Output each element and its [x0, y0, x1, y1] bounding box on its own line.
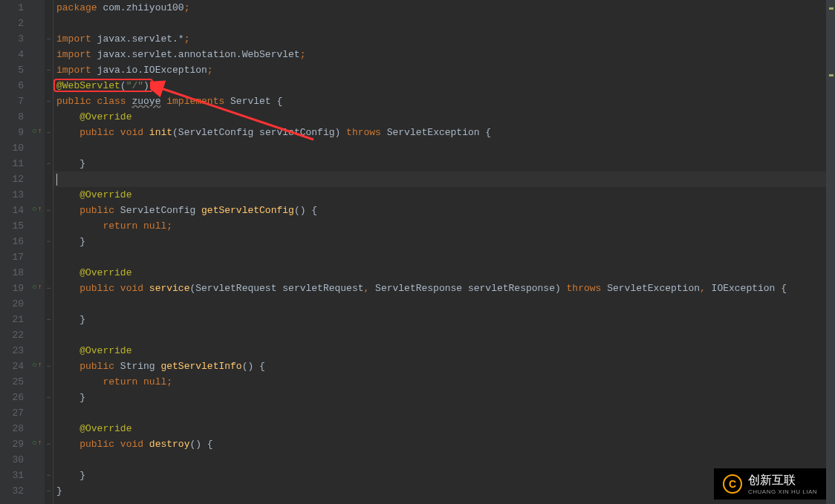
code-line[interactable]: public void service(ServletRequest servl…	[53, 281, 826, 296]
text: (ServletRequest servletRequest	[189, 283, 363, 294]
keyword: public void	[79, 283, 149, 294]
code-line[interactable]: public class zuoye implements Servlet {	[53, 94, 826, 109]
watermark-logo-icon: C	[723, 474, 742, 494]
fold-toggle-icon[interactable]: −	[47, 472, 51, 480]
fold-toggle-icon[interactable]: −	[47, 207, 51, 215]
code-line[interactable]	[53, 249, 826, 265]
fold-toggle-icon[interactable]: −	[47, 67, 51, 74]
text: }	[79, 236, 85, 247]
code-line[interactable]	[53, 327, 826, 343]
semicolon: ;	[184, 2, 190, 13]
line-number: 10	[0, 140, 24, 156]
line-number: 9	[0, 125, 24, 140]
fold-cell	[45, 47, 53, 62]
fold-cell	[45, 109, 53, 125]
code-line[interactable]: }	[53, 156, 826, 171]
comma: ,	[364, 283, 376, 294]
keyword: public void	[79, 439, 149, 450]
fold-cell: −	[45, 436, 53, 452]
marker-cell	[30, 94, 45, 109]
code-line[interactable]: @Override	[53, 343, 826, 359]
marker-cell	[30, 452, 45, 468]
code-line[interactable]: @Override	[53, 421, 826, 436]
fold-toggle-icon[interactable]: −	[47, 316, 51, 324]
marker-cell	[30, 312, 45, 327]
fold-cell: −	[45, 62, 53, 78]
code-line[interactable]: import javax.servlet.*;	[53, 31, 826, 47]
code-line[interactable]: public ServletConfig getServletConfig() …	[53, 203, 826, 218]
fold-toggle-icon[interactable]: −	[47, 441, 51, 448]
fold-toggle-icon[interactable]: −	[47, 36, 51, 43]
code-line[interactable]	[53, 140, 826, 156]
code-line[interactable]: }	[53, 483, 826, 499]
fold-cell: −	[45, 156, 53, 171]
editor-scrollbar[interactable]	[826, 0, 835, 504]
fold-toggle-icon[interactable]: −	[47, 129, 51, 137]
text: java.io.	[97, 65, 143, 76]
keyword: throws	[346, 127, 387, 138]
code-line[interactable]: @Override	[53, 187, 826, 203]
code-line[interactable]: return null;	[53, 374, 826, 390]
minimap-marks	[829, 0, 835, 504]
classname: zuoye	[131, 96, 160, 107]
text: }	[79, 158, 85, 169]
marker-cell	[30, 265, 45, 281]
code-area[interactable]: package com.zhiiyou100; import javax.ser…	[53, 0, 826, 504]
fold-toggle-icon[interactable]: −	[47, 394, 51, 402]
code-line[interactable]: package com.zhiiyou100;	[53, 0, 826, 16]
fold-cell	[45, 296, 53, 312]
code-line[interactable]: }	[53, 468, 826, 483]
line-number: 21	[0, 312, 24, 327]
override-marker-icon[interactable]	[32, 362, 42, 371]
line-number: 11	[0, 156, 24, 171]
line-number: 15	[0, 218, 24, 234]
line-number: 28	[0, 421, 24, 436]
keyword: import	[56, 33, 97, 45]
code-line[interactable]: }	[53, 234, 826, 249]
code-line-current[interactable]	[53, 171, 826, 187]
marker-cell	[30, 483, 45, 499]
code-line[interactable]	[53, 405, 826, 421]
code-line[interactable]: public String getServletInfo() {	[53, 359, 826, 374]
code-line[interactable]: public void destroy() {	[53, 436, 826, 452]
code-line[interactable]: import java.io.IOException;	[53, 62, 826, 78]
override-marker-icon[interactable]	[32, 128, 42, 137]
fold-toggle-icon[interactable]: −	[47, 488, 51, 495]
code-line[interactable]: @Override	[53, 265, 826, 281]
fold-cell	[45, 452, 53, 468]
override-marker-icon[interactable]	[32, 440, 42, 449]
code-line[interactable]: }	[53, 390, 826, 405]
text: ServletException {	[387, 127, 491, 138]
keyword: public void	[79, 127, 149, 138]
code-line[interactable]: return null;	[53, 218, 826, 234]
fold-toggle-icon[interactable]: −	[47, 98, 51, 105]
line-number: 18	[0, 265, 24, 281]
fold-cell: −	[45, 234, 53, 249]
code-line[interactable]: @Override	[53, 109, 826, 125]
fold-toggle-icon[interactable]: −	[47, 285, 51, 292]
fold-toggle-icon[interactable]: −	[47, 363, 51, 370]
annotation: @Override	[79, 111, 131, 122]
code-line[interactable]: public void init(ServletConfig servletCo…	[53, 125, 826, 140]
fold-toggle-icon[interactable]: −	[47, 160, 51, 168]
code-line[interactable]: }	[53, 312, 826, 327]
code-line[interactable]	[53, 16, 826, 31]
line-number-gutter: 1234567891011121314151617181920212223242…	[0, 0, 30, 504]
fold-toggle-icon[interactable]: −	[47, 238, 51, 246]
code-line[interactable]: import javax.servlet.annotation.WebServl…	[53, 47, 826, 62]
fold-cell: −	[45, 281, 53, 296]
fold-cell	[45, 343, 53, 359]
text: () {	[294, 205, 317, 216]
fold-gutter: −−−−−−−−−−−−−−	[45, 0, 53, 504]
line-number: 26	[0, 390, 24, 405]
override-marker-icon[interactable]	[32, 206, 42, 215]
override-marker-icon[interactable]	[32, 284, 42, 293]
marker-cell	[30, 78, 45, 94]
code-line[interactable]	[53, 452, 826, 468]
code-line[interactable]: @WebServlet("/")	[53, 78, 826, 94]
line-number: 32	[0, 483, 24, 499]
line-number: 29	[0, 436, 24, 452]
code-line[interactable]	[53, 296, 826, 312]
method: getServletConfig	[201, 205, 294, 216]
text: String	[120, 361, 161, 372]
